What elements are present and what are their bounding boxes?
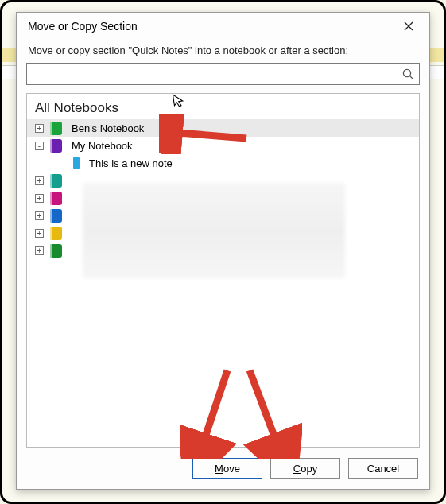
notebook-icon bbox=[50, 139, 62, 153]
instruction-text: Move or copy section "Quick Notes" into … bbox=[17, 40, 429, 63]
cancel-button[interactable]: Cancel bbox=[348, 458, 418, 479]
notebook-icon bbox=[50, 227, 62, 240]
close-button[interactable] bbox=[394, 15, 423, 37]
notebook-row-my[interactable]: - My Notebook bbox=[27, 137, 419, 154]
section-icon bbox=[73, 157, 80, 169]
notebook-icon bbox=[50, 244, 62, 258]
expand-icon[interactable]: + bbox=[35, 229, 44, 238]
search-icon[interactable] bbox=[397, 68, 419, 80]
expand-icon[interactable]: + bbox=[35, 194, 44, 203]
expand-icon[interactable]: + bbox=[35, 246, 44, 255]
search-input[interactable] bbox=[27, 64, 397, 84]
svg-line-1 bbox=[410, 76, 413, 79]
move-copy-dialog: Move or Copy Section Move or copy sectio… bbox=[16, 12, 430, 490]
notebook-row-bens[interactable]: + Ben's Notebook bbox=[27, 119, 419, 137]
collapse-icon[interactable]: - bbox=[35, 142, 44, 150]
section-row-new-note[interactable]: This is a new note bbox=[27, 154, 419, 172]
notebook-label: Ben's Notebook bbox=[70, 122, 144, 134]
expand-icon[interactable]: + bbox=[35, 176, 44, 185]
notebook-tree: All Notebooks + Ben's Notebook - My Note… bbox=[26, 93, 420, 448]
notebook-icon bbox=[50, 192, 62, 205]
notebook-icon bbox=[50, 209, 62, 223]
copy-button[interactable]: Copy bbox=[270, 458, 340, 479]
close-icon bbox=[403, 21, 414, 32]
section-label: This is a new note bbox=[87, 157, 173, 169]
search-field-wrap bbox=[26, 63, 420, 85]
svg-point-0 bbox=[403, 69, 410, 76]
titlebar: Move or Copy Section bbox=[17, 13, 429, 40]
tree-header: All Notebooks bbox=[27, 94, 419, 119]
notebook-label: My Notebook bbox=[70, 140, 133, 152]
dialog-title: Move or Copy Section bbox=[28, 20, 394, 33]
button-bar: Move Copy Cancel bbox=[17, 448, 429, 489]
move-button[interactable]: Move bbox=[192, 458, 262, 479]
expand-icon[interactable]: + bbox=[35, 124, 44, 133]
expand-icon[interactable]: + bbox=[35, 211, 44, 220]
notebook-icon bbox=[50, 174, 62, 188]
notebook-icon bbox=[50, 122, 62, 135]
redacted-region bbox=[83, 183, 345, 278]
